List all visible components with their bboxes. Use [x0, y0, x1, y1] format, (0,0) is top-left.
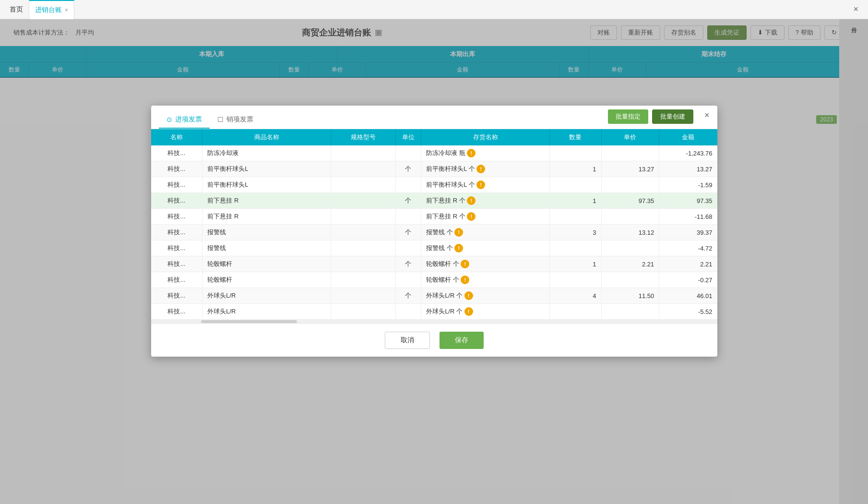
tab-close-icon[interactable]: × [65, 7, 68, 13]
amount-cell: 97.35 [659, 193, 717, 209]
amount-cell: -1,243.76 [659, 145, 717, 161]
spec-cell [331, 177, 395, 193]
warning-icon[interactable]: ! [464, 291, 473, 300]
outbound-tab-icon: ☐ [217, 116, 224, 123]
spec-cell [331, 304, 395, 320]
warning-icon[interactable]: ! [467, 149, 476, 157]
warning-icon[interactable]: ! [467, 212, 476, 221]
qty-cell [550, 272, 601, 288]
price-cell: 97.35 [601, 193, 659, 209]
amount-cell: -11.68 [659, 209, 717, 225]
qty-cell [550, 240, 601, 256]
goods-cell: 前平衡杆球头L [202, 161, 331, 177]
amount-cell: -5.52 [659, 304, 717, 320]
tab-outbound[interactable]: ☐ 销项发票 [210, 111, 261, 129]
spec-cell [331, 288, 395, 304]
goods-cell: 前平衡杆球头L [202, 177, 331, 193]
stock-name-cell: 前平衡杆球头L 个 ! [421, 161, 550, 177]
name-cell: 科技... [151, 256, 202, 272]
batch-assign-button[interactable]: 批量指定 [608, 109, 648, 124]
table-row: 科技... 前平衡杆球头L 个 前平衡杆球头L 个 ! 1 13.27 13.2… [151, 161, 717, 177]
warning-icon[interactable]: ! [476, 165, 485, 173]
table-row: 科技... 外球头L/R 外球头L/R 个 ! -5.52 [151, 304, 717, 320]
unit-cell [395, 209, 421, 225]
table-header-row: 名称 商品名称 规格型号 单位 存货名称 数量 单价 金额 [151, 129, 717, 145]
goods-cell: 轮毂螺杆 [202, 272, 331, 288]
price-cell: 11.50 [601, 288, 659, 304]
warning-icon[interactable]: ! [461, 260, 469, 268]
price-cell [601, 177, 659, 193]
qty-cell: 1 [550, 161, 601, 177]
stock-name-cell: 前下悬挂 R 个 ! [421, 193, 550, 209]
goods-cell: 外球头L/R [202, 288, 331, 304]
th-stock: 存货名称 [421, 129, 550, 145]
warning-icon[interactable]: ! [464, 307, 473, 316]
spec-cell [331, 240, 395, 256]
warning-icon[interactable]: ! [476, 180, 485, 189]
active-tab[interactable]: 进销台账 × [29, 0, 74, 19]
unit-cell: 个 [395, 193, 421, 209]
price-cell [601, 272, 659, 288]
name-cell: 科技... [151, 225, 202, 240]
batch-create-button[interactable]: 批量创建 [652, 109, 693, 124]
price-cell: 13.12 [601, 225, 659, 240]
price-cell: 2.21 [601, 256, 659, 272]
spec-cell [331, 272, 395, 288]
name-cell: 科技... [151, 209, 202, 225]
inbound-tab-icon: ⊙ [166, 116, 172, 123]
amount-cell: -0.27 [659, 272, 717, 288]
th-price: 单价 [601, 129, 659, 145]
unit-cell [395, 145, 421, 161]
stock-name-cell: 轮毂螺杆 个 ! [421, 256, 550, 272]
goods-cell: 前下悬挂 R [202, 209, 331, 225]
save-button[interactable]: 保存 [440, 332, 484, 349]
price-cell: 13.27 [601, 161, 659, 177]
price-cell [601, 240, 659, 256]
table-row: 科技... 报警线 报警线 个 ! -4.72 [151, 240, 717, 256]
qty-cell [550, 304, 601, 320]
goods-cell: 外球头L/R [202, 304, 331, 320]
qty-cell [550, 145, 601, 161]
name-cell: 科技... [151, 193, 202, 209]
stock-name-cell: 前平衡杆球头L 个 ! [421, 177, 550, 193]
spec-cell [331, 161, 395, 177]
amount-cell: 2.21 [659, 256, 717, 272]
unit-cell: 个 [395, 161, 421, 177]
unit-cell [395, 177, 421, 193]
stock-name-cell: 外球头L/R 个 ! [421, 304, 550, 320]
th-amount: 金额 [659, 129, 717, 145]
th-name: 名称 [151, 129, 202, 145]
app-close-button[interactable]: × [847, 4, 864, 14]
home-label: 首页 [10, 5, 23, 14]
warning-icon[interactable]: ! [454, 244, 463, 252]
modal-header: ⊙ 进项发票 ☐ 销项发票 批量指定 批量创建 × [151, 106, 717, 129]
horizontal-scrollbar[interactable] [151, 320, 717, 324]
goods-cell: 轮毂螺杆 [202, 256, 331, 272]
name-cell: 科技... [151, 177, 202, 193]
inbound-tab-label: 进项发票 [175, 115, 202, 124]
qty-cell: 1 [550, 193, 601, 209]
home-tab[interactable]: 首页 [4, 0, 29, 19]
warning-icon[interactable]: ! [454, 228, 463, 237]
qty-cell: 3 [550, 225, 601, 240]
stock-name-cell: 防冻冷却液 瓶 ! [421, 145, 550, 161]
scrollbar-thumb[interactable] [201, 320, 297, 323]
spec-cell [331, 256, 395, 272]
spec-cell [331, 193, 395, 209]
stock-name-cell: 外球头L/R 个 ! [421, 288, 550, 304]
tab-inbound[interactable]: ⊙ 进项发票 [159, 111, 210, 129]
cancel-button[interactable]: 取消 [385, 332, 430, 349]
modal-footer: 取消 保存 [151, 324, 717, 357]
modal-close-button[interactable]: × [704, 110, 710, 120]
warning-icon[interactable]: ! [467, 196, 476, 205]
table-row: 科技... 报警线 个 报警线 个 ! 3 13.12 39.37 [151, 225, 717, 240]
amount-cell: -1.59 [659, 177, 717, 193]
th-unit: 单位 [395, 129, 421, 145]
top-nav: 首页 进销台账 × × [0, 0, 868, 19]
warning-icon[interactable]: ! [461, 276, 469, 284]
name-cell: 科技... [151, 161, 202, 177]
stock-name-cell: 轮毂螺杆 个 ! [421, 272, 550, 288]
amount-cell: 39.37 [659, 225, 717, 240]
spec-cell [331, 209, 395, 225]
goods-cell: 报警线 [202, 225, 331, 240]
